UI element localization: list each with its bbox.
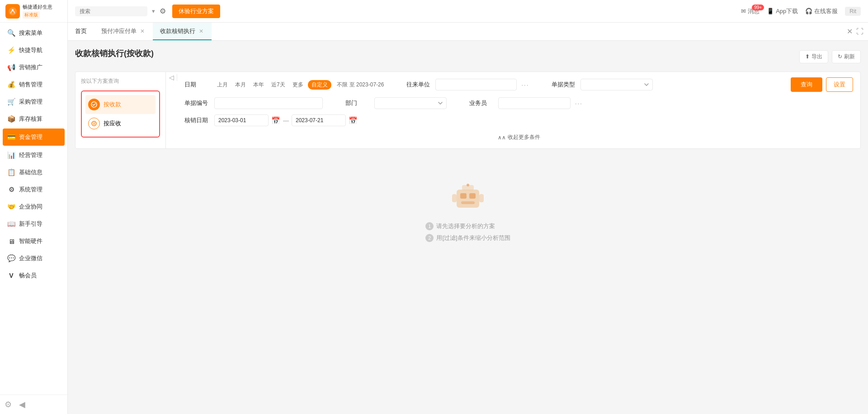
collapse-up-icon: ∧∧ xyxy=(498,134,506,141)
tab-home[interactable]: 首页 xyxy=(68,23,94,40)
date-btn-this-year[interactable]: 本年 xyxy=(250,80,267,90)
filter-options-box: 按收款 按应收 xyxy=(81,90,160,138)
empty-illustration xyxy=(448,176,488,217)
partner-input[interactable] xyxy=(435,79,517,90)
sidebar-item-label: 资金管理 xyxy=(19,133,42,141)
operation-icon: 📊 xyxy=(7,151,15,159)
bill-type-select[interactable] xyxy=(580,79,653,90)
sidebar-item-wechat[interactable]: 💬 企业微信 xyxy=(0,250,67,267)
bill-no-input[interactable] xyxy=(214,97,323,109)
message-badge: 99+ xyxy=(752,5,764,10)
collapse-more-btn[interactable]: ∧∧ 收起更多条件 xyxy=(498,132,540,143)
bill-no-label: 单据编号 xyxy=(184,99,210,107)
tab-prepay[interactable]: 预付冲应付单 ✕ xyxy=(94,23,153,40)
receivable-icon xyxy=(88,118,100,129)
sidebar-item-collab[interactable]: 🤝 企业协同 xyxy=(0,198,67,215)
svg-rect-6 xyxy=(469,193,476,199)
filter-option-by-receipt[interactable]: 按收款 xyxy=(85,95,156,114)
sidebar-item-basic[interactable]: 📋 基础信息 xyxy=(0,164,67,181)
sidebar-item-purchase[interactable]: 🛒 采购管理 xyxy=(0,93,67,110)
message-icon: ✉ xyxy=(741,8,746,14)
sidebar-item-search[interactable]: 🔍 搜索菜单 xyxy=(0,24,67,42)
sidebar-item-marketing[interactable]: 📢 营销推广 xyxy=(0,59,67,76)
user-label[interactable]: Rit xyxy=(845,7,861,16)
logo-icon xyxy=(5,4,20,19)
fullscreen-icon[interactable]: ⛶ xyxy=(856,28,863,36)
dept-select[interactable] xyxy=(374,97,447,109)
date-no-limit: 不限 xyxy=(337,81,348,89)
hint-2: 2 用[过滤]条件来缩小分析范围 xyxy=(425,234,510,242)
main-area: ▾ ⚙ 休验行业方案 ✉ 消息 99+ 📱 App下载 🎧 在线客服 Rit 首… xyxy=(68,0,868,414)
nav-menu: 🔍 搜索菜单 ⚡ 快捷导航 📢 营销推广 💰 销售管理 🛒 采购管理 📦 库存核… xyxy=(0,23,67,395)
sidebar-item-label: 系统管理 xyxy=(19,186,42,194)
page-body: 收款核销执行(按收款) ⬆ 导出 ↻ 刷新 按以下方案查询 xyxy=(68,41,868,276)
vip-icon: V xyxy=(7,272,15,279)
sidebar-item-quick[interactable]: ⚡ 快捷导航 xyxy=(0,42,67,59)
collab-icon: 🤝 xyxy=(7,203,15,211)
logo-area: 畅捷通好生意 标准版 xyxy=(0,0,67,23)
sidebar-item-system[interactable]: ⚙ 系统管理 xyxy=(0,181,67,198)
sidebar-item-guide[interactable]: 📖 新手引导 xyxy=(0,215,67,233)
date-btn-7days[interactable]: 近7天 xyxy=(269,80,288,90)
verify-start-input[interactable]: 2023-03-01 xyxy=(214,114,269,126)
topbar-search-input[interactable] xyxy=(75,6,147,16)
app-label: App下载 xyxy=(776,7,798,15)
bill-type-label: 单据类型 xyxy=(552,81,577,89)
message-btn[interactable]: ✉ 消息 99+ xyxy=(741,7,760,15)
date-btn-this-month[interactable]: 本月 xyxy=(232,80,249,90)
sidebar-item-operation[interactable]: 📊 经营管理 xyxy=(0,147,67,164)
sidebar-item-inventory[interactable]: 📦 库存核算 xyxy=(0,110,67,128)
sales-input[interactable] xyxy=(498,97,571,109)
sidebar-item-finance[interactable]: 💳 资金管理 xyxy=(3,128,65,146)
export-btn[interactable]: ⬆ 导出 xyxy=(799,50,828,63)
topbar-dropdown-icon[interactable]: ▾ xyxy=(152,8,155,14)
sidebar: 畅捷通好生意 标准版 🔍 搜索菜单 ⚡ 快捷导航 📢 营销推广 💰 销售管理 🛒… xyxy=(0,0,68,414)
settings-bottom-icon[interactable]: ⚙ xyxy=(5,400,12,409)
tab-prepay-close[interactable]: ✕ xyxy=(139,27,146,35)
query-btn[interactable]: 查询 xyxy=(791,77,822,92)
filter-option-by-receivable[interactable]: 按应收 xyxy=(85,114,156,133)
cal-start-icon[interactable]: 📅 xyxy=(271,116,280,125)
quick-icon: ⚡ xyxy=(7,46,15,54)
page-title: 收款核销执行(按收款) xyxy=(75,48,154,59)
filter-row-1: 日期 上月 本月 本年 近7天 更多 自定义 不限 至 2023-07-26 xyxy=(184,77,853,92)
verify-end-input[interactable]: 2023-07-21 xyxy=(292,114,346,126)
topbar-settings-icon[interactable]: ⚙ xyxy=(160,7,166,15)
solution-btn[interactable]: 休验行业方案 xyxy=(172,5,220,18)
sales-label: 业务员 xyxy=(469,99,495,107)
sidebar-item-label: 新手引导 xyxy=(19,220,42,228)
date-btn-more[interactable]: 更多 xyxy=(290,80,306,90)
partner-dots-icon[interactable]: ··· xyxy=(521,81,529,88)
close-all-icon[interactable]: ✕ xyxy=(847,27,853,36)
service-label: 在线客服 xyxy=(814,7,838,15)
tab-verify-label: 收款核销执行 xyxy=(160,27,195,35)
app-download-btn[interactable]: 📱 App下载 xyxy=(767,7,798,15)
sidebar-item-label: 企业协同 xyxy=(19,203,42,211)
sidebar-item-sales[interactable]: 💰 销售管理 xyxy=(0,76,67,93)
service-btn[interactable]: 🎧 在线客服 xyxy=(805,7,838,15)
sidebar-item-label: 营销推广 xyxy=(19,63,42,71)
empty-hints: 1 请先选择要分析的方案 2 用[过滤]条件来缩小分析范围 xyxy=(425,222,510,242)
date-btn-last-month[interactable]: 上月 xyxy=(214,80,231,90)
sales-dots-icon[interactable]: ··· xyxy=(575,100,583,107)
collapse-sidebar-btn[interactable]: ◁ xyxy=(166,74,177,81)
sales-icon: 💰 xyxy=(7,81,15,89)
svg-point-11 xyxy=(467,184,469,186)
app-icon: 📱 xyxy=(767,8,774,14)
date-btn-custom[interactable]: 自定义 xyxy=(308,80,331,90)
filter-sidebar-title: 按以下方案查询 xyxy=(81,77,160,85)
collapse-sidebar-icon[interactable]: ◀ xyxy=(19,400,25,409)
settings-btn[interactable]: 设置 xyxy=(826,77,853,92)
tab-prepay-label: 预付冲应付单 xyxy=(101,27,137,35)
tab-verify-close[interactable]: ✕ xyxy=(198,27,204,35)
guide-icon: 📖 xyxy=(7,220,15,228)
tabbar: 首页 预付冲应付单 ✕ 收款核销执行 ✕ ✕ ⛶ xyxy=(68,23,868,41)
cal-end-icon[interactable]: 📅 xyxy=(349,116,358,125)
tab-verify[interactable]: 收款核销执行 ✕ xyxy=(153,23,212,40)
sidebar-item-vip[interactable]: V 畅会员 xyxy=(0,267,67,284)
refresh-btn[interactable]: ↻ 刷新 xyxy=(832,50,861,63)
svg-point-1 xyxy=(12,9,14,11)
sidebar-item-hardware[interactable]: 🖥 智能硬件 xyxy=(0,233,67,250)
purchase-icon: 🛒 xyxy=(7,98,15,106)
service-icon: 🎧 xyxy=(805,8,812,14)
